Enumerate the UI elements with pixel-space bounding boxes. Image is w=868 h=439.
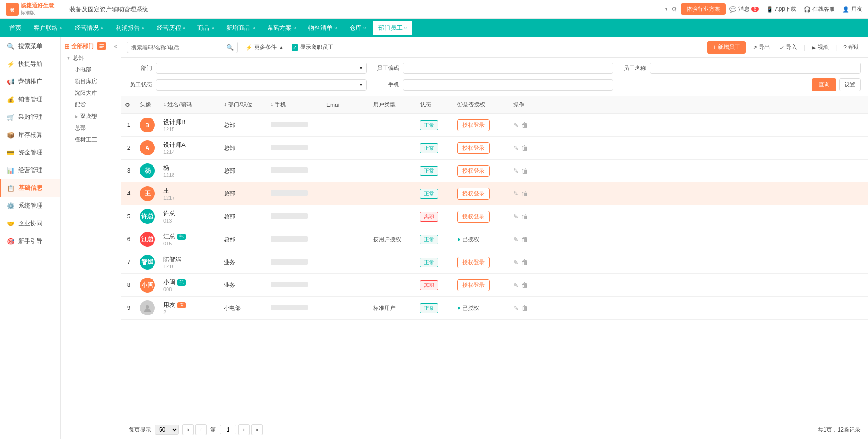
close-icon[interactable]: × <box>293 26 296 31</box>
sidebar-item-purchase[interactable]: 🛒 采购管理 <box>0 108 60 126</box>
authorize-btn[interactable]: 授权登录 <box>457 211 490 223</box>
delete-icon[interactable]: 🗑 <box>521 304 528 312</box>
app-download-btn[interactable]: 📱 App下载 <box>766 5 796 13</box>
authorize-btn[interactable]: 授权登录 <box>457 165 490 177</box>
th-name-code[interactable]: ↕ 姓名/编码 <box>160 96 220 114</box>
emp-code-input[interactable] <box>403 63 614 74</box>
title-dropdown-icon[interactable]: ▾ <box>665 7 667 12</box>
tab-warehouse[interactable]: 仓库 × <box>344 21 372 35</box>
message-btn[interactable]: 💬 消息 6 <box>729 5 759 13</box>
dept-node-delivery[interactable]: 配货 <box>65 99 121 111</box>
trial-button[interactable]: 体验行业方案 <box>681 3 726 15</box>
delete-icon[interactable]: 🗑 <box>521 236 528 243</box>
import-button[interactable]: ↙ 导入 <box>777 42 800 53</box>
delete-icon[interactable]: 🗑 <box>521 190 528 197</box>
tab-customer[interactable]: 客户联络 × <box>28 21 68 35</box>
more-conditions-btn[interactable]: ⚡ 更多条件 ▲ <box>242 42 288 53</box>
per-page-select[interactable]: 50 100 <box>155 425 179 435</box>
sidebar-item-search[interactable]: 🔍 搜索菜单 <box>0 37 60 55</box>
sidebar-item-collab[interactable]: 🤝 企业协同 <box>0 215 60 232</box>
edit-icon[interactable]: ✎ <box>513 121 519 129</box>
show-resigned-toggle[interactable]: ✓ 显示离职员工 <box>292 43 333 51</box>
tab-employees[interactable]: 部门员工 × <box>373 21 413 35</box>
delete-icon[interactable]: 🗑 <box>521 258 528 266</box>
sidebar-item-quicknav[interactable]: ⚡ 快捷导航 <box>0 55 60 73</box>
emp-name-input[interactable] <box>650 63 861 74</box>
authorize-btn[interactable]: 授权登录 <box>457 279 490 291</box>
sidebar-item-marketing[interactable]: 📢 营销推广 <box>0 73 60 91</box>
close-icon[interactable]: × <box>334 26 337 31</box>
dept-select[interactable]: ▾ <box>156 63 367 74</box>
authorize-btn[interactable]: 授权登录 <box>457 257 490 268</box>
status-select[interactable]: ▾ <box>156 79 367 91</box>
next-page-btn[interactable]: › <box>238 424 250 435</box>
dept-node-hq[interactable]: 总部 <box>65 122 121 134</box>
set-button[interactable]: 设置 <box>839 78 861 91</box>
edit-icon[interactable]: ✎ <box>513 144 519 152</box>
dept-node-general[interactable]: ▼ 总部 <box>61 52 121 64</box>
tab-barcode[interactable]: 条码方案 × <box>262 21 302 35</box>
tab-history[interactable]: 经营历程 × <box>151 21 191 35</box>
tab-home[interactable]: 首页 <box>4 21 27 35</box>
help-button[interactable]: ? 帮助 <box>840 42 862 53</box>
th-settings[interactable]: ⚙ <box>121 96 136 114</box>
sidebar-item-guide[interactable]: 🎯 新手引导 <box>0 232 60 250</box>
th-phone[interactable]: ↕ 手机 <box>267 96 323 114</box>
tab-bom[interactable]: 物料清单 × <box>303 21 343 35</box>
sidebar-item-basic[interactable]: 📋 基础信息 <box>0 179 60 197</box>
phone-input[interactable] <box>403 79 614 91</box>
dept-node-small-elec[interactable]: 小电部 <box>65 64 121 76</box>
dept-node-shuangluxiang[interactable]: ▶ 双鹿想 <box>65 111 121 122</box>
close-icon[interactable]: × <box>60 26 62 31</box>
dept-node-jinShu[interactable]: 槿树王三 <box>65 134 121 146</box>
user-avatar[interactable]: 👤 用友 <box>842 5 862 13</box>
last-page-btn[interactable]: » <box>251 424 263 435</box>
edit-icon[interactable]: ✎ <box>513 167 519 174</box>
authorize-btn[interactable]: 授权登录 <box>457 142 490 154</box>
edit-icon[interactable]: ✎ <box>513 258 519 266</box>
search-button[interactable]: 查询 <box>812 78 836 91</box>
edit-icon[interactable]: ✎ <box>513 236 519 243</box>
edit-icon[interactable]: ✎ <box>513 213 519 220</box>
dept-all-header[interactable]: ⊞ 全部部门 « <box>61 40 121 52</box>
delete-icon[interactable]: 🗑 <box>521 167 528 174</box>
tab-add-goods[interactable]: 新增商品 × <box>221 21 261 35</box>
search-icon[interactable]: 🔍 <box>226 44 234 51</box>
edit-icon[interactable]: ✎ <box>513 281 519 289</box>
close-icon[interactable]: × <box>183 26 186 31</box>
search-input[interactable] <box>131 44 224 51</box>
collapse-btn[interactable]: « <box>114 43 117 49</box>
export-button[interactable]: ↗ 导出 <box>750 42 773 53</box>
close-icon[interactable]: × <box>101 26 104 31</box>
delete-icon[interactable]: 🗑 <box>521 121 528 129</box>
close-icon[interactable]: × <box>142 26 145 31</box>
delete-icon[interactable]: 🗑 <box>521 281 528 289</box>
close-icon[interactable]: × <box>404 26 407 31</box>
resigned-checkbox[interactable]: ✓ <box>292 44 298 51</box>
view-button[interactable]: ▶ 视频 <box>809 42 832 53</box>
tab-operations[interactable]: 经营情况 × <box>69 21 109 35</box>
close-icon[interactable]: × <box>211 26 214 31</box>
close-icon[interactable]: × <box>363 26 366 31</box>
close-icon[interactable]: × <box>252 26 255 31</box>
add-employee-button[interactable]: + 新增员工 <box>707 41 745 54</box>
online-service-btn[interactable]: 🎧 在线客服 <box>804 5 835 13</box>
sidebar-item-inventory[interactable]: 📦 库存核算 <box>0 126 60 144</box>
tab-profit[interactable]: 利润报告 × <box>110 21 150 35</box>
prev-page-btn[interactable]: ‹ <box>195 424 207 435</box>
dept-node-project[interactable]: 项目库房 <box>65 76 121 87</box>
page-number-input[interactable] <box>220 425 236 434</box>
th-dept-pos[interactable]: ↕ 部门/职位 <box>220 96 267 114</box>
tab-goods[interactable]: 商品 × <box>192 21 220 35</box>
sidebar-item-finance[interactable]: 💳 资金管理 <box>0 144 60 161</box>
sidebar-item-sales[interactable]: 💰 销售管理 <box>0 91 60 108</box>
edit-icon[interactable]: ✎ <box>513 304 519 312</box>
authorize-btn[interactable]: 授权登录 <box>457 119 490 131</box>
delete-icon[interactable]: 🗑 <box>521 144 528 152</box>
sidebar-item-system[interactable]: ⚙️ 系统管理 <box>0 197 60 215</box>
settings-icon[interactable]: ⚙ <box>671 6 677 13</box>
edit-icon[interactable]: ✎ <box>513 190 519 197</box>
first-page-btn[interactable]: « <box>182 424 194 435</box>
dept-node-shenyang[interactable]: 沈阳大库 <box>65 87 121 99</box>
sidebar-item-mgmt[interactable]: 📊 经营管理 <box>0 161 60 179</box>
